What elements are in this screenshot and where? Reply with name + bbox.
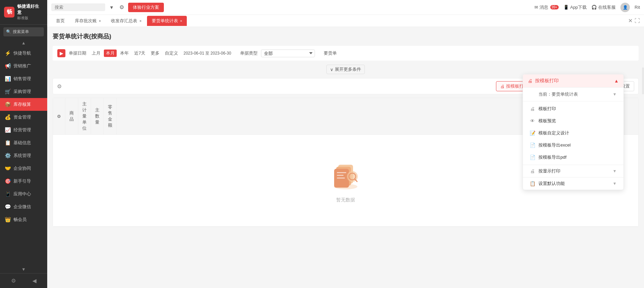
template-preview-icon: 👁: [530, 118, 535, 124]
date-range-display: 2023-06-01 至 2023-06-30: [183, 51, 231, 56]
guide-icon: 🎯: [5, 178, 11, 184]
trial-btn[interactable]: 体验行业方案: [128, 3, 164, 12]
empty-text: 暂无数据: [336, 197, 355, 203]
type-filter-label: 单据类型: [240, 50, 258, 56]
current-template-chevron: ▼: [613, 92, 617, 97]
topbar-gear-btn[interactable]: ⚙: [118, 3, 125, 12]
settings-icon: ⚙: [11, 278, 16, 284]
sidebar-item-quick-nav[interactable]: ⚡ 快捷导航: [0, 47, 47, 60]
sidebar-settings-btn[interactable]: ⚙: [10, 276, 17, 285]
sidebar-scroll-down[interactable]: ▼: [0, 265, 47, 273]
date-btn-last-7days[interactable]: 近7天: [132, 50, 147, 57]
filter-expand-btn[interactable]: ▶: [57, 49, 65, 57]
marketing-icon: 📢: [5, 63, 11, 69]
date-btn-current-year[interactable]: 本年: [118, 50, 131, 57]
sidebar-item-marketing[interactable]: 📢 营销推广: [0, 60, 47, 72]
sidebar-item-member[interactable]: 👑 畅会员: [0, 213, 47, 226]
filter-bar: ▶ 单据日期 上月 本月 本年 近7天 更多 自定义 2023-06-01 至 …: [53, 46, 639, 61]
more-filter-icon: ∨: [330, 67, 333, 72]
dropdown-default-section[interactable]: 📋 设置默认功能 ▼: [523, 178, 623, 190]
user-avatar[interactable]: 👤: [620, 3, 630, 12]
topbar-message[interactable]: ✉ 消息 99+: [534, 4, 559, 10]
topbar-search-input[interactable]: [51, 3, 105, 11]
finance-icon: 💰: [5, 114, 11, 120]
sidebar-collapse-btn[interactable]: ◀: [31, 276, 38, 285]
sidebar-item-guide[interactable]: 🎯 新手引导: [0, 175, 47, 188]
col-settings-header[interactable]: ⚙: [53, 98, 65, 135]
topbar: ▼ ⚙ 体验行业方案 ✉ 消息 99+ 📱 App下载 🎧 在线客服 👤 Rit: [47, 0, 644, 15]
dropdown-item-export-excel[interactable]: 📄 按模板导出excel: [523, 139, 623, 151]
sidebar-item-system[interactable]: ⚙️ 系统管理: [0, 149, 47, 162]
type-filter-select[interactable]: 全部 要货单: [261, 50, 315, 57]
dropdown-item-template-print[interactable]: 🖨 模板打印: [523, 103, 623, 115]
tab-inventory-batch[interactable]: 库存批次账 ×: [70, 16, 106, 26]
sidebar-logo: 畅 畅捷通好生意 标准版: [0, 0, 47, 25]
dropdown-section-items: 🖨 模板打印 👁 模板预览 📝 模板自定义设计 📄 按模板导出excel 📄: [523, 101, 623, 165]
tab-home[interactable]: 首页: [51, 16, 69, 26]
more-filter-btn[interactable]: ∨ 展开更多条件: [326, 65, 365, 74]
order-filter-label: 要货单: [324, 50, 337, 56]
dropdown-current-template[interactable]: 当前：要货单统计表 ▼: [523, 89, 623, 100]
basic-info-icon: 📋: [5, 140, 11, 146]
sidebar: 畅 畅捷通好生意 标准版 🔍 搜索菜单 ▲ ⚡ 快捷导航 📢 营销推广 📊 销售…: [0, 0, 47, 288]
sidebar-item-basic-info[interactable]: 📋 基础信息: [0, 136, 47, 149]
sidebar-item-collab[interactable]: 🤝 企业协同: [0, 162, 47, 175]
export-excel-icon: 📄: [530, 142, 535, 148]
tabs-expand-btn[interactable]: ⛶: [635, 18, 640, 24]
app-name: 畅捷通好生意: [17, 3, 43, 15]
svg-rect-8: [337, 175, 344, 176]
print-menu-title: 按模板打印: [535, 78, 559, 84]
col-unit-header: 主计量单位: [78, 98, 91, 135]
sidebar-search[interactable]: 🔍 搜索菜单: [3, 27, 44, 36]
sidebar-item-sales[interactable]: 📊 销售管理: [0, 72, 47, 85]
username-label[interactable]: Rit: [635, 5, 640, 10]
sidebar-item-wechat[interactable]: 💬 企业微信: [0, 200, 47, 213]
expand-icon: ▶: [60, 51, 63, 56]
dropdown-item-template-design[interactable]: 📝 模板自定义设计: [523, 127, 623, 139]
dropdown-item-export-pdf[interactable]: 📄 按模板导出pdf: [523, 151, 623, 163]
tab-bar: 首页 库存批次账 × 收发存汇总表 × 要货单统计表 × ✕ ⛶: [47, 15, 644, 27]
display-print-icon: 🖨: [530, 168, 535, 174]
app-version: 标准版: [17, 15, 43, 21]
tab-order-stats[interactable]: 要货单统计表 ×: [147, 16, 187, 26]
sidebar-item-purchase[interactable]: 🛒 采购管理: [0, 85, 47, 98]
date-btn-custom[interactable]: 自定义: [163, 50, 180, 57]
date-btn-prev-month[interactable]: 上月: [90, 50, 103, 57]
dropdown-item-template-preview[interactable]: 👁 模板预览: [523, 115, 623, 127]
message-icon: ✉: [534, 5, 538, 10]
sidebar-scroll-up[interactable]: ▲: [0, 39, 47, 47]
scrollbar-indicator[interactable]: [642, 67, 644, 94]
app-center-icon: 📱: [5, 191, 11, 197]
template-design-icon: 📝: [530, 130, 535, 136]
date-btn-current-month[interactable]: 本月: [104, 50, 117, 57]
sidebar-item-finance[interactable]: 💰 资金管理: [0, 111, 47, 124]
print-dropdown-menu: 🖨 按模板打印 ▲ 当前：要货单统计表 ▼ 🖨 模板打印: [523, 74, 624, 190]
default-chevron: ▼: [613, 181, 617, 186]
empty-illustration: [329, 158, 362, 192]
service-icon: 🎧: [591, 5, 597, 10]
sidebar-item-app-center[interactable]: 📱 应用中心: [0, 188, 47, 200]
app-logo-icon: 畅: [4, 7, 14, 18]
col-settings-icon: ⚙: [57, 114, 61, 119]
date-filter-label: 单据日期: [69, 50, 86, 56]
print-menu-close-btn[interactable]: ▲: [614, 78, 619, 84]
topbar-dropdown-btn[interactable]: ▼: [108, 3, 115, 11]
tab-receivable-summary[interactable]: 收发存汇总表 ×: [106, 16, 146, 26]
search-icon: 🔍: [6, 29, 11, 34]
dropdown-display-print-section[interactable]: 🖨 按显示打印 ▼: [523, 165, 623, 177]
svg-rect-9: [337, 178, 345, 179]
tabs-close-all-btn[interactable]: ✕: [628, 18, 633, 24]
message-badge: 99+: [550, 5, 559, 9]
tab-close-order-stats[interactable]: ×: [180, 19, 182, 23]
tab-close-receivable-summary[interactable]: ×: [139, 19, 141, 23]
sidebar-item-operations[interactable]: 📈 经营管理: [0, 124, 47, 136]
print-icon: 🖨: [500, 84, 505, 89]
sidebar-item-inventory[interactable]: 📦 库存核算: [0, 98, 47, 111]
topbar-online-service[interactable]: 🎧 在线客服: [591, 4, 616, 10]
topbar-app-download[interactable]: 📱 App下载: [563, 4, 587, 10]
export-pdf-icon: 📄: [530, 155, 535, 160]
table-settings-icon[interactable]: ⚙: [57, 83, 62, 90]
current-template-label: 当前：要货单统计表: [538, 91, 578, 97]
tab-close-inventory-batch[interactable]: ×: [99, 19, 101, 23]
date-btn-more[interactable]: 更多: [149, 50, 162, 57]
